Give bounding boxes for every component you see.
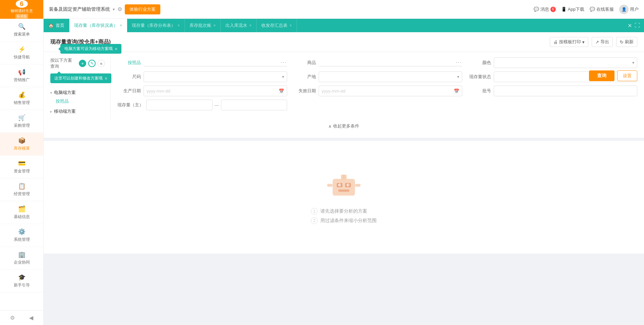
prev-scheme-btn[interactable]: « (98, 60, 105, 67)
app-dropdown-icon[interactable]: ▾ (113, 7, 115, 12)
tooltip2-text: 这里可以创建和修改方案哦 (54, 75, 103, 81)
tab-receive-send[interactable]: 收发存汇总表 × (257, 19, 297, 32)
sidebar-item-quick-nav[interactable]: ⚡ 快捷导航 (0, 42, 43, 64)
batch-input[interactable] (494, 86, 637, 96)
tooltip2-close[interactable]: × (105, 76, 107, 81)
tab-in-out-flow-close[interactable]: × (249, 23, 252, 28)
app-download-btn[interactable]: 📱 App下载 (561, 6, 584, 12)
filter-row-warehouse: 按照品 ··· (117, 57, 287, 68)
svg-rect-0 (333, 179, 355, 196)
add-scheme-btn[interactable]: + (79, 60, 86, 67)
sidebar-item-search[interactable]: 🔍 搜索菜单 (0, 19, 43, 42)
tab-batch-ledger-close[interactable]: × (213, 23, 216, 28)
tab-home[interactable]: 🏠 首页 (44, 19, 69, 32)
sidebar-item-system[interactable]: ⚙️ 系统管理 (0, 224, 43, 247)
production-date-placeholder: yyyy-mm-dd (147, 89, 170, 94)
scheme-child-label: 按照品 (56, 98, 69, 104)
logo-badge: 标准版 (15, 14, 28, 19)
purchase-icon: 🛒 (18, 114, 25, 121)
scheme-mobile-arrow: ▸ (50, 110, 52, 113)
tab-inventory-status-close[interactable]: × (120, 23, 122, 28)
topbar-right: 💬 消息 6 📱 App下载 💬 在线客服 👤 用户 (534, 5, 639, 14)
user-btn[interactable]: 👤 用户 (619, 5, 639, 14)
color-select[interactable]: ▾ (494, 57, 637, 68)
sidebar-item-base-info[interactable]: 🗂️ 基础信息 (0, 201, 43, 224)
calendar-icon-expiry: 📅 (454, 89, 459, 94)
refresh-label: 刷新 (625, 39, 634, 45)
sidebar-item-label: 新手引导 (14, 282, 30, 288)
sidebar-item-marketing[interactable]: 📢 营销推广 (0, 64, 43, 87)
message-btn[interactable]: 💬 消息 6 (534, 6, 556, 12)
calendar-icon-production: 📅 (279, 89, 284, 94)
sidebar-item-label: 销售管理 (14, 100, 30, 106)
tab-batch-ledger[interactable]: 库存批次账 × (185, 19, 221, 32)
export-btn[interactable]: ↗ 导出 (592, 37, 613, 47)
scheme-desktop-label: 电脑端方案 (54, 90, 76, 96)
size-select[interactable]: ▾ (144, 71, 287, 82)
scheme-desktop[interactable]: ▾ 电脑端方案 (50, 88, 105, 97)
inventory-main-to[interactable] (221, 100, 287, 110)
tooltip1-close[interactable]: × (115, 46, 117, 52)
tooltip1-text: 电脑方案可设为移动方案哦 (64, 46, 113, 52)
filter-row-inventory-main: 现存量（主） — (117, 100, 287, 110)
sidebar-nav: 🔍 搜索菜单 ⚡ 快捷导航 📢 营销推广 💰 销售管理 🛒 采购管理 📦 库存核… (0, 19, 43, 310)
scheme-mobile[interactable]: ▸ 移动端方案 (50, 107, 105, 116)
sidebar-item-purchase[interactable]: 🛒 采购管理 (0, 110, 43, 133)
edit-scheme-btn[interactable]: ✎ (88, 60, 96, 67)
beginner-icon: 🎓 (18, 274, 25, 281)
online-support-btn[interactable]: 💬 在线客服 (590, 6, 614, 12)
svg-point-7 (348, 184, 349, 185)
sidebar-item-operations[interactable]: 📋 经营管理 (0, 178, 43, 201)
empty-steps: 1 请先选择要分析的方案 2 用过滤条件来缩小分析范围 (311, 208, 377, 227)
product-label: 商品 (292, 60, 316, 66)
inventory-main-from[interactable] (146, 100, 213, 110)
message-badge: 6 (550, 7, 556, 12)
empty-step-1: 1 请先选择要分析的方案 (311, 208, 377, 215)
step-1-num: 1 (311, 208, 318, 215)
sidebar-item-enterprise[interactable]: 🏢 企业协同 (0, 247, 43, 270)
search-btn[interactable]: 查询 (589, 70, 614, 81)
refresh-btn[interactable]: ↻ 刷新 (616, 37, 637, 47)
color-dropdown-arrow: ▾ (632, 60, 634, 65)
sidebar-item-label: 搜索菜单 (14, 32, 30, 37)
collapse-btn[interactable]: ∧ 收起更多条件 (50, 120, 637, 132)
reset-btn[interactable]: 设置 (617, 70, 637, 81)
tooltip-desktop-scheme: 电脑方案可设为移动方案哦 × (60, 44, 121, 54)
page-header: 现存量查询(按仓库+商品) 🖨 按模板打印 ▾ ↗ 导出 ↻ 刷新 (44, 32, 644, 52)
export-icon: ↗ (595, 40, 599, 45)
sidebar-collapse-btn[interactable]: ◀ (28, 313, 35, 322)
tab-inventory-dist-close[interactable]: × (177, 23, 180, 28)
settings-gear-icon[interactable]: ⚙ (117, 6, 122, 12)
marketing-icon: 📢 (18, 68, 25, 76)
support-icon: 💬 (590, 7, 595, 12)
refresh-icon: ↻ (620, 40, 624, 45)
sidebar-item-sales[interactable]: 💰 销售管理 (0, 87, 43, 110)
sidebar-item-beginner[interactable]: 🎓 新手引导 (0, 270, 43, 292)
tab-close-all-btn[interactable]: ✕ (628, 22, 632, 29)
template-print-btn[interactable]: 🖨 按模板打印 ▾ (550, 37, 588, 47)
origin-dropdown-arrow: ▾ (457, 74, 459, 79)
tab-in-out-flow[interactable]: 出入库流水 × (221, 19, 257, 32)
industry-btn[interactable]: 体验行业方案 (125, 4, 160, 14)
expiry-date-input[interactable]: yyyy-mm-dd 📅 (319, 86, 462, 96)
empty-state-illustration (327, 168, 361, 201)
logo-icon: 6 (16, 0, 28, 8)
sidebar-settings-btn[interactable]: ⚙ (9, 313, 16, 322)
sidebar-item-inventory[interactable]: 📦 库存核算 (0, 133, 43, 156)
production-date-input[interactable]: yyyy-mm-dd 📅 (144, 86, 287, 96)
tab-fullscreen-btn[interactable]: ⛶ (635, 22, 640, 29)
warehouse-dots[interactable]: ··· (281, 59, 287, 65)
scheme-desktop-child-1[interactable]: 按照品 (56, 97, 105, 106)
sidebar-item-label: 经营管理 (14, 191, 30, 197)
message-label: 消息 (540, 6, 549, 12)
origin-select[interactable]: ▾ (319, 71, 462, 82)
tab-inventory-dist[interactable]: 现存量（库存分布表） × (127, 19, 185, 32)
svg-point-6 (339, 184, 340, 185)
tab-receive-send-close[interactable]: × (289, 23, 292, 28)
filter-row-origin: 产地 ▾ (292, 71, 462, 82)
empty-state: 1 请先选择要分析的方案 2 用过滤条件来缩小分析范围 (44, 141, 644, 254)
product-dots[interactable]: ··· (456, 59, 462, 65)
sidebar-item-finance[interactable]: 💳 资金管理 (0, 156, 43, 178)
tab-inventory-status[interactable]: 现存量（库存状况表） × (69, 19, 127, 32)
scheme-tree: ▾ 电脑端方案 按照品 ▸ 移动端方案 (50, 88, 105, 116)
